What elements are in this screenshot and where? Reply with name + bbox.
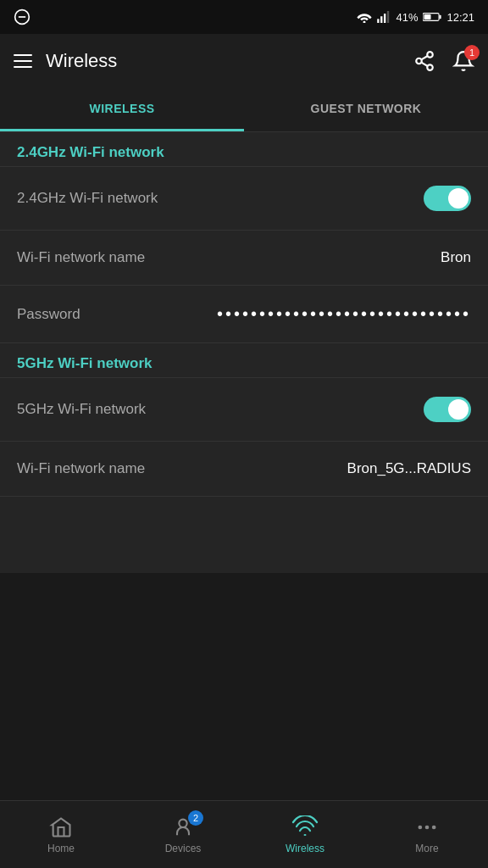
nav-item-more[interactable]: More [366,815,488,854]
notification-badge: 1 [464,45,480,60]
tabs-bar: WIRELESS GUEST NETWORK [0,88,488,132]
menu-button[interactable] [14,54,32,68]
setting-label-5ghz-name: Wi-Fi network name [17,460,145,477]
svg-point-16 [419,825,423,829]
setting-value-2ghz-name: Bron [441,249,471,266]
content-area: 2.4GHz Wi-Fi network 2.4GHz Wi-Fi networ… [0,132,488,573]
setting-label-password: Password [17,306,80,323]
svg-point-17 [425,825,430,829]
nav-label-home: Home [47,843,75,854]
svg-point-2 [363,21,366,24]
app-bar-right: 1 [413,50,474,72]
setting-row-5ghz-toggle: 5GHz Wi-Fi network [0,378,488,442]
setting-row-2ghz-toggle: 2.4GHz Wi-Fi network [0,167,488,231]
setting-label-2ghz-name: Wi-Fi network name [17,249,145,266]
svg-line-14 [421,56,427,59]
svg-point-15 [179,819,186,826]
status-bar-left [14,8,30,25]
nav-label-wireless: Wireless [286,843,324,854]
battery-icon [423,12,441,22]
tab-wireless[interactable]: WIRELESS [0,88,244,131]
status-bar-right: 41% 12:21 [357,11,474,24]
app-bar-left: Wireless [14,50,117,72]
toggle-5ghz[interactable] [424,397,471,422]
wireless-icon [291,815,319,839]
more-icon [415,815,439,839]
setting-row-password[interactable]: Password •••••••••••••••••••••••••••••• [0,286,488,343]
home-icon [49,815,73,839]
devices-icon-wrap: 2 [171,815,195,839]
svg-point-10 [427,52,433,57]
svg-line-13 [421,63,427,66]
app-title: Wireless [46,50,117,72]
minus-circle-icon [14,8,30,25]
svg-rect-4 [381,16,383,23]
status-bar: 41% 12:21 [0,0,488,34]
share-icon[interactable] [413,50,435,72]
svg-rect-3 [378,19,380,23]
setting-label-2ghz-toggle: 2.4GHz Wi-Fi network [17,190,158,207]
svg-rect-9 [424,14,431,19]
nav-label-devices: Devices [165,843,202,854]
setting-row-2ghz-name[interactable]: Wi-Fi network name Bron [0,231,488,286]
app-bar: Wireless 1 [0,34,488,88]
svg-rect-8 [440,15,441,19]
nav-item-home[interactable]: Home [0,815,122,854]
svg-point-11 [416,58,422,64]
setting-row-5ghz-name[interactable]: Wi-Fi network name Bron_5G...RADIUS [0,442,488,497]
wifi-status-icon [357,11,372,23]
devices-badge: 2 [188,810,203,826]
notification-button[interactable]: 1 [452,50,474,72]
nav-label-more: More [415,843,438,854]
bottom-nav: Home 2 Devices Wireless More [0,800,488,868]
toggle-2ghz[interactable] [424,186,471,211]
setting-label-5ghz-toggle: 5GHz Wi-Fi network [17,401,146,418]
time-text: 12:21 [446,11,474,24]
svg-point-12 [427,64,433,70]
battery-text: 41% [396,11,418,24]
svg-rect-6 [387,11,389,23]
setting-value-5ghz-name: Bron_5G...RADIUS [347,460,471,477]
signal-icon [377,11,391,23]
nav-item-devices[interactable]: 2 Devices [122,815,244,854]
section-header-2ghz: 2.4GHz Wi-Fi network [0,132,488,167]
svg-point-18 [432,825,436,829]
nav-item-wireless[interactable]: Wireless [244,815,366,854]
tab-guest-network[interactable]: GUEST NETWORK [244,88,488,131]
svg-rect-5 [384,14,385,23]
section-header-5ghz: 5GHz Wi-Fi network [0,343,488,378]
setting-value-password: •••••••••••••••••••••••••••••• [217,304,471,324]
